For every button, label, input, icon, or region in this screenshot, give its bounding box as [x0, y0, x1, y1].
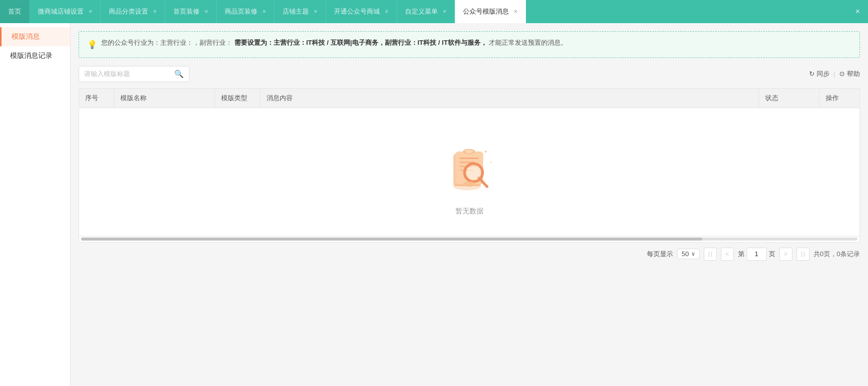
svg-point-12	[463, 182, 475, 187]
content-area: 💡 您的公众号行业为：主营行业：，副营行业： 需要设置为：主营行业：IT科技 /…	[71, 23, 868, 386]
pager-prev-button[interactable]: <	[721, 248, 734, 261]
help-button[interactable]: ⊙ 帮助	[839, 69, 860, 79]
empty-text: 暂无数据	[455, 207, 484, 216]
sync-button[interactable]: ↻ 同步	[809, 69, 830, 79]
tab-open-mall[interactable]: 开通公众号商城 ×	[326, 0, 397, 23]
help-icon: ⊙	[839, 70, 845, 78]
notice-icon: 💡	[87, 38, 97, 51]
col-header-status: 状态	[759, 88, 820, 108]
sidebar-template-msg-label: 模版消息	[12, 32, 40, 40]
pager-next-button[interactable]: >	[779, 248, 792, 261]
pager-last-button[interactable]: ⟩⟩	[796, 248, 810, 261]
per-page-value: 50	[682, 250, 689, 258]
main-layout: 模版消息 模版消息记录 💡 您的公众号行业为：主营行业：，副营行业： 需要设置为…	[0, 23, 868, 386]
notice-suffix: 才能正常发送预置的消息。	[489, 39, 567, 46]
notice-banner: 💡 您的公众号行业为：主营行业：，副营行业： 需要设置为：主营行业：IT科技 /…	[79, 31, 860, 58]
close-tab-pd[interactable]: ×	[262, 8, 266, 15]
tab-product-category[interactable]: 商品分类设置 ×	[101, 0, 165, 23]
help-label: 帮助	[847, 69, 860, 79]
search-input[interactable]	[84, 70, 171, 78]
svg-point-11	[465, 150, 473, 153]
sync-label: 同步	[817, 69, 830, 79]
col-header-seq: 序号	[79, 88, 114, 108]
empty-state: ✦ ✦ 暂无数据	[79, 108, 859, 236]
close-tab-tm[interactable]: ×	[514, 8, 517, 15]
tab-custom-menu[interactable]: 自定义菜单 ×	[397, 0, 455, 23]
svg-text:✦: ✦	[490, 161, 493, 164]
tab-home-label: 首页	[8, 7, 21, 16]
chevron-down-icon: ∨	[691, 251, 695, 257]
tab-pc-label: 商品分类设置	[109, 7, 148, 16]
page-unit: 页	[769, 250, 775, 259]
page-number-input[interactable]	[747, 248, 767, 261]
tab-wsc-label: 微商城店铺设置	[38, 7, 84, 16]
tab-hd-label: 首页装修	[173, 7, 199, 16]
sidebar: 模版消息 模版消息记录	[0, 23, 71, 386]
top-nav: 首页 微商城店铺设置 × 商品分类设置 × 首页装修 × 商品页装修 × 店铺主…	[0, 0, 868, 23]
toolbar-right: ↻ 同步 | ⊙ 帮助	[809, 69, 860, 79]
scrollbar-thumb	[81, 238, 702, 241]
svg-text:✦: ✦	[484, 149, 488, 155]
table-header-row: 序号 模版名称 模版类型 消息内容 状态 操作	[79, 88, 860, 108]
table-empty-row: ✦ ✦ 暂无数据	[79, 108, 860, 236]
tab-cm-label: 自定义菜单	[405, 7, 438, 16]
tab-pd-label: 商品页装修	[225, 7, 257, 16]
search-bar: 🔍 ↻ 同步 | ⊙ 帮助	[79, 66, 860, 82]
tab-om-label: 开通公众号商城	[334, 7, 380, 16]
horizontal-scrollbar[interactable]	[79, 237, 860, 243]
tab-wsc-settings[interactable]: 微商城店铺设置 ×	[30, 0, 101, 23]
per-page-select[interactable]: 50 ∨	[677, 249, 699, 259]
search-input-wrap: 🔍	[79, 66, 189, 82]
sync-icon: ↻	[809, 70, 815, 78]
close-tab-hd[interactable]: ×	[205, 8, 208, 15]
col-header-action: 操作	[820, 88, 860, 108]
close-tab-st[interactable]: ×	[314, 8, 317, 15]
col-header-content: 消息内容	[260, 88, 759, 108]
notice-highlight: 需要设置为：主营行业：IT科技 / 互联网|电子商务，副营行业：IT科技 / I…	[234, 39, 487, 46]
scrollbar-track	[81, 238, 857, 241]
close-tab-cm[interactable]: ×	[443, 8, 446, 15]
close-tab-om[interactable]: ×	[385, 8, 388, 15]
total-text: 共0页，0条记录	[814, 250, 860, 259]
sidebar-item-template-msg[interactable]: 模版消息	[0, 27, 70, 46]
sidebar-item-template-msg-records[interactable]: 模版消息记录	[0, 46, 70, 65]
svg-point-9	[466, 166, 481, 180]
page-label: 第	[738, 250, 745, 259]
tab-product-decor[interactable]: 商品页装修 ×	[217, 0, 275, 23]
global-close-button[interactable]: ×	[847, 7, 868, 16]
col-header-type: 模版类型	[215, 88, 260, 108]
notice-text: 您的公众号行业为：主营行业：，副营行业： 需要设置为：主营行业：IT科技 / 互…	[101, 38, 567, 48]
tab-tm-label: 公众号模版消息	[463, 7, 509, 16]
page-input-wrap: 第 页	[738, 248, 775, 261]
divider: |	[834, 70, 835, 78]
data-table: 序号 模版名称 模版类型 消息内容 状态 操作	[79, 88, 860, 237]
close-tab-wsc[interactable]: ×	[89, 8, 92, 15]
tab-home[interactable]: 首页	[0, 0, 30, 23]
tab-template-msg[interactable]: 公众号模版消息 ×	[455, 0, 526, 23]
tab-homepage-decor[interactable]: 首页装修 ×	[165, 0, 217, 23]
tab-st-label: 店铺主题	[283, 7, 309, 16]
tab-shop-theme[interactable]: 店铺主题 ×	[275, 0, 326, 23]
notice-prefix: 您的公众号行业为：主营行业：，副营行业：	[101, 39, 232, 46]
per-page-label: 每页显示	[647, 250, 673, 259]
col-header-name: 模版名称	[114, 88, 215, 108]
pagination: 每页显示 50 ∨ ⟨⟨ < 第 页 > ⟩⟩ 共0页，0条记录	[79, 243, 860, 263]
search-icon[interactable]: 🔍	[174, 69, 184, 79]
pager-first-button[interactable]: ⟨⟨	[704, 248, 717, 261]
svg-rect-3	[459, 158, 479, 159]
empty-illustration: ✦ ✦	[439, 138, 500, 199]
sidebar-template-records-label: 模版消息记录	[10, 51, 52, 59]
close-tab-pc[interactable]: ×	[153, 8, 157, 15]
